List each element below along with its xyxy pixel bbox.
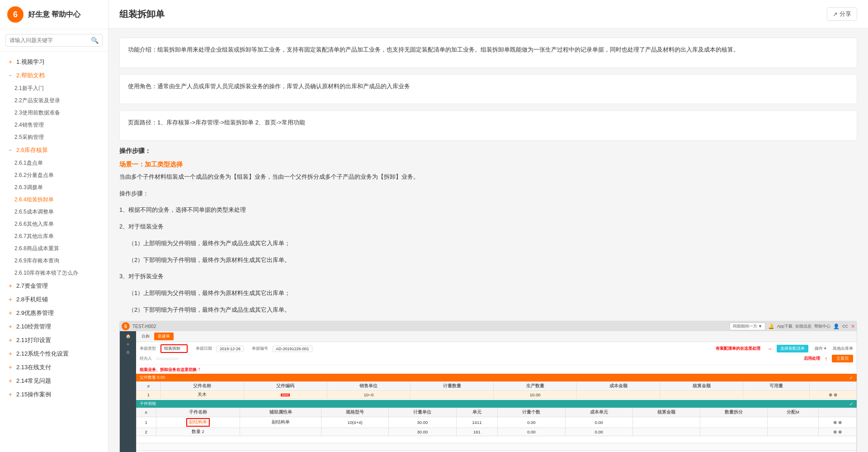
ss-btn-select-bom[interactable]: 选择装配清单 <box>777 345 808 352</box>
ss-b-col-action <box>818 408 856 417</box>
step3a: （1）上部明细为父件明细，最终作为原材料生成其它出库单； <box>119 288 857 299</box>
ss-b-cell-split <box>700 417 768 428</box>
sidebar-item-cost-adjust[interactable]: 2.6.5成本调整单 <box>0 206 108 218</box>
ss-dropdown: 同期期间一方 ▼ <box>730 323 765 330</box>
sidebar-item-customize[interactable]: ＋ 2.12系统个性化设置 <box>0 347 108 361</box>
content-area: 功能介绍：组装拆卸单用来处理企业组装或拆卸等加工业务，支持有固定装配清单的产品加… <box>108 29 868 452</box>
page-title: 组装拆卸单 <box>119 8 165 20</box>
ss-cell-avail <box>743 391 810 399</box>
ss-b-cell-action[interactable]: ⊕ ⊗ <box>818 417 856 428</box>
ss-annotation-enable: 启用处理 <box>804 356 820 362</box>
ss-value-date: 2019-12-26 <box>217 346 244 352</box>
ss-bottom-table: # 子件名称 辅助属性单 规格型号 计量单位 单元 计量个数 成本单元 核算金额 <box>136 408 857 452</box>
ss-section-bottom-bar: 子件明细 ⤢ <box>136 400 857 408</box>
logo-icon: 6 <box>7 6 24 23</box>
search-box[interactable]: 🔍 <box>5 34 103 47</box>
sidebar-item-purchase[interactable]: 2.5采购管理 <box>0 131 108 143</box>
sidebar-item-payment[interactable]: ＋ 2.13在线支付 <box>0 361 108 374</box>
sidebar-item-finance[interactable]: ＋ 2.7资金管理 <box>0 279 108 293</box>
ss-col-avail: 可用量 <box>743 382 810 391</box>
step3: 3、对于拆装业务 <box>119 271 857 282</box>
sidebar-item-sales[interactable]: 2.4销售管理 <box>0 119 108 131</box>
search-icon[interactable]: 🔍 <box>91 37 99 44</box>
sidebar-item-cases[interactable]: ＋ 2.15操作案例 <box>0 388 108 401</box>
ss-col-parent-name: 父件名称 <box>160 382 244 391</box>
ss-b-col-attr: 辅助属性单 <box>240 408 321 417</box>
logo-area: 6 好生意 帮助中心 <box>0 0 108 29</box>
plus-icon-8: ＋ <box>7 350 14 358</box>
sidebar-item-cost-recalc[interactable]: 2.6.8商品成本重算 <box>0 243 108 255</box>
sidebar-item-partial-stocktake[interactable]: 2.6.2分量盘点单 <box>0 169 108 181</box>
sidebar-item-print[interactable]: ＋ 2.11打印设置 <box>0 333 108 347</box>
sidebar-item-label: 2.6库存核算 <box>16 146 48 154</box>
sidebar-item-mobile[interactable]: ＋ 2.8手机旺铺 <box>0 293 108 306</box>
search-input[interactable] <box>9 37 91 43</box>
path-text: 页面路径：1、库存核算->库存管理->组装拆卸单 2、首页->常用功能 <box>128 117 849 128</box>
sidebar-item-transfer[interactable]: 2.6.3调拨单 <box>0 181 108 194</box>
ss-bell-icon: 🔔 <box>768 324 774 329</box>
ss-annotation-bom: 有装配清单的在这里处理 <box>716 346 760 352</box>
sidebar-item-other-in[interactable]: 2.6.6其他入库单 <box>0 218 108 230</box>
plus-icon-11: ＋ <box>7 390 14 399</box>
sidebar-item-label: 2.13在线支付 <box>16 363 51 371</box>
plus-icon-10: ＋ <box>7 377 14 385</box>
ss-btn-other[interactable]: 其他出库单 <box>833 346 853 352</box>
sidebar-item-other-out[interactable]: 2.6.7其他出库单 <box>0 230 108 243</box>
sidebar-item-help-docs[interactable]: － 2.帮助文档 <box>0 69 108 82</box>
ss-nav-list: ≡ <box>126 341 130 347</box>
sidebar-item-install[interactable]: 2.2产品安装及登录 <box>0 95 108 107</box>
ss-arrow-up: ↑ <box>198 366 201 372</box>
ss-b-cell-cost: 0.00 <box>565 417 632 428</box>
sidebar-item-ledger[interactable]: 2.6.9库存账本查询 <box>0 255 108 267</box>
ss-b-cell-cost2: 0.00 <box>565 428 632 436</box>
ss-b-cell-qty2: 1411 <box>456 417 498 428</box>
ss-btn-more[interactable]: 操作 ▾ <box>815 346 826 352</box>
sidebar-item-video[interactable]: ＋ 1.视频学习 <box>0 55 108 69</box>
ss-tab-purchase[interactable]: 自购 <box>139 333 152 340</box>
sidebar-item-assembly[interactable]: 2.6.4组装拆卸单 <box>0 194 108 206</box>
ss-top-section-label: 父件数量 0.00 <box>140 375 165 381</box>
ss-col-calc: 核算金额 <box>660 382 743 391</box>
share-button[interactable]: ↗ 分享 <box>827 7 857 21</box>
table-row: 1 关木 10~0 10.00 <box>137 391 857 399</box>
ss-b-col-op: 分配M <box>768 408 818 417</box>
plus-icon-5: ＋ <box>7 309 14 317</box>
sidebar-item-operation[interactable]: ＋ 2.10经营管理 <box>0 320 108 333</box>
plus-icon-6: ＋ <box>7 323 14 331</box>
ss-logo: 6 <box>122 322 130 330</box>
sidebar-item-ledger-fix[interactable]: 2.6.10库存账本错了怎么办 <box>0 267 108 279</box>
steps-main-label: 操作步骤： <box>119 147 857 155</box>
ss-cell-qty <box>410 391 494 399</box>
ss-b-cell-action2[interactable]: ⊕ ⊗ <box>818 428 856 436</box>
step2b: （2）下部明细为子件明细，最终作为原材料生成其它出库单。 <box>119 255 857 266</box>
ss-col-cost: 成本金额 <box>577 382 660 391</box>
ss-label-num: 单据编号 <box>252 346 268 352</box>
ss-b-cell-unit2: 30.00 <box>389 428 456 436</box>
ss-b-cell-op <box>768 417 818 428</box>
minus-icon: － <box>7 71 14 80</box>
sidebar-item-inventory[interactable]: － 2.6库存核算 <box>0 143 108 157</box>
ss-col-qty: 计量数量 <box>410 382 494 391</box>
ss-cell-parent-code <box>244 391 327 399</box>
ss-btn-confirm[interactable]: 立算完 <box>832 355 853 362</box>
sidebar-item-label: 2.7资金管理 <box>16 282 48 290</box>
table-row: 2 数量 2 30.00 161 0.00 0.00 <box>137 428 857 436</box>
sidebar-item-coupon[interactable]: ＋ 2.9优惠券管理 <box>0 306 108 320</box>
sidebar-item-label: 2.10经营管理 <box>16 323 51 331</box>
sidebar-item-data-prep[interactable]: 2.3使用前数据准备 <box>0 107 108 119</box>
sidebar-item-stocktake[interactable]: 2.6.1盘点单 <box>0 157 108 169</box>
ss-b-cell-qty22: 161 <box>456 428 498 436</box>
intro-text: 功能介绍：组装拆卸单用来处理企业组装或拆卸等加工业务，支持有固定装配清单的产品加… <box>128 44 849 56</box>
ss-col-parent-code: 父件编码 <box>244 382 327 391</box>
sidebar-item-beginner[interactable]: 2.1新手入门 <box>0 82 108 95</box>
ss-company: TEST-H002 <box>132 324 156 329</box>
ss-b-cell-count: 0.00 <box>498 417 565 428</box>
minus-icon-2: － <box>7 146 14 154</box>
ss-b-cell-spec: 10(4+4) <box>321 417 389 428</box>
ss-tab-new[interactable]: 新建单 <box>154 333 174 340</box>
ss-b-col-total: 核算金额 <box>632 408 700 417</box>
step3b: （2）下部明细为子件明细，最终作为产成品生成其它入库单。 <box>119 305 857 316</box>
sidebar-item-faq[interactable]: ＋ 2.14常见问题 <box>0 374 108 388</box>
ss-col-op <box>810 382 857 391</box>
ss-cell-prod-qty: 10.00 <box>494 391 577 399</box>
